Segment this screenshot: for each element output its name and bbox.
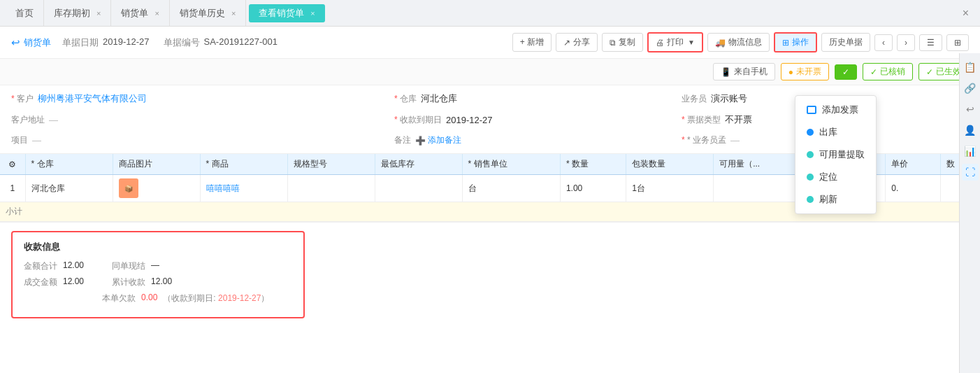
new-button[interactable]: + 新增	[512, 33, 552, 52]
grid-view-button[interactable]: ⊞	[946, 34, 969, 51]
address-field: 客户地址 —	[11, 113, 394, 126]
note-label: 备注	[394, 134, 411, 146]
void-icon: ✓	[870, 67, 877, 77]
doc-number: 单据编号 SA-20191227-001	[164, 36, 278, 49]
same-order-value: —	[151, 260, 159, 272]
close-history-tab[interactable]: ×	[231, 9, 236, 17]
operations-button[interactable]: ⊞ 操作	[774, 32, 817, 52]
col-gear[interactable]: ⚙	[0, 154, 25, 175]
payment-date-field: 收款到期日 2019-12-27	[394, 113, 682, 126]
receipt-row-1: 金额合计 12.00 同单现结 —	[24, 260, 292, 272]
share-button[interactable]: ↗ 分享	[556, 33, 598, 52]
ship-out-item[interactable]: 出库	[795, 121, 876, 143]
col-unit: * 销售单位	[462, 154, 560, 175]
row-index: 1	[0, 175, 25, 202]
not-open-btn[interactable]: ● 未开票	[781, 63, 829, 80]
action-row: 📱 来自手机 ● 未开票 ✓ ✓ 已核销 ✓ 已生效	[0, 59, 980, 85]
address-label: 客户地址	[11, 114, 45, 126]
address-value: —	[49, 115, 58, 125]
check-icon: ✓	[842, 67, 849, 77]
warehouse-label: 仓库	[394, 93, 417, 105]
close-inventory-tab[interactable]: ×	[96, 9, 101, 17]
salesperson-value: —	[730, 135, 740, 146]
note-field: 备注 ➕ 添加备注	[394, 134, 682, 146]
ship-icon	[807, 129, 814, 136]
plus-icon: ➕	[415, 136, 426, 146]
doc-date: 单据日期 2019-12-27	[62, 36, 150, 49]
voided-btn[interactable]: ✓ 已核销	[863, 63, 913, 80]
locate-item[interactable]: 定位	[795, 166, 876, 188]
sidebar-icon-4[interactable]: 👤	[962, 122, 979, 139]
transaction-amount-value: 12.00	[63, 276, 84, 288]
history-button[interactable]: 历史单据	[821, 33, 870, 52]
tab-sales[interactable]: 销货单 ×	[111, 0, 169, 26]
amount-total-label: 金额合计	[24, 260, 57, 272]
sidebar-icon-5[interactable]: 📊	[962, 143, 979, 160]
logistics-icon: 🚚	[715, 38, 726, 48]
col-min-stock: 最低库存	[375, 154, 462, 175]
next-button[interactable]: ›	[897, 34, 915, 51]
receipt-row-2: 成交金额 12.00 累计收款 12.00	[24, 276, 292, 288]
copy-icon: ⧉	[610, 38, 616, 48]
col-pack-qty: 包装数量	[626, 154, 714, 175]
ticket-type-label: 票据类型	[682, 114, 721, 126]
product-image: 📦	[119, 178, 138, 198]
list-view-button[interactable]: ☰	[919, 34, 942, 51]
print-dropdown-arrow: ▼	[688, 38, 695, 46]
ticket-type-value: 不开票	[725, 113, 752, 126]
salesperson-label: * 业务员孟	[682, 134, 726, 146]
print-button[interactable]: 🖨 打印 ▼	[647, 32, 703, 52]
close-sales-tab[interactable]: ×	[154, 9, 159, 17]
sidebar-icon-3[interactable]: ↩	[962, 101, 979, 118]
cumulative-value: 12.00	[151, 276, 172, 288]
doc-header: ↩ 销货单 单据日期 2019-12-27 单据编号 SA-20191227-0…	[0, 27, 980, 59]
current-due-field: 本单欠款 0.00 （收款到期日: 2019-12-27）	[102, 293, 269, 304]
col-image: 商品图片	[113, 154, 200, 175]
tab-bar: 首页 库存期初 × 销货单 × 销货单历史 × 查看销货单 × ×	[0, 0, 980, 27]
logistics-button[interactable]: 🚚 物流信息	[707, 33, 770, 52]
main-content: ↩ 销货单 单据日期 2019-12-27 单据编号 SA-20191227-0…	[0, 27, 980, 373]
row-spec	[287, 175, 375, 202]
toolbar: + 新增 ↗ 分享 ⧉ 复制 🖨 打印 ▼ 🚚 物流信息 ⊞ 操作	[512, 32, 969, 52]
add-invoice-item[interactable]: 添加发票	[795, 99, 876, 121]
tab-inventory[interactable]: 库存期初 ×	[44, 0, 111, 26]
row-warehouse: 河北仓库	[25, 175, 113, 202]
customer-value[interactable]: 柳州粤港平安气体有限公司	[38, 92, 147, 105]
qty-icon	[807, 151, 814, 158]
add-note-btn[interactable]: ➕ 添加备注	[415, 134, 461, 146]
due-date-note: （收款到期日: 2019-12-27）	[163, 293, 269, 304]
sidebar-icon-2[interactable]: 🔗	[962, 80, 979, 97]
refresh-icon	[807, 196, 814, 203]
customer-field: 客户 柳州粤港平安气体有限公司	[11, 92, 394, 105]
sidebar-icon-6[interactable]: ⛶	[962, 164, 979, 181]
operations-dropdown: 添加发票 出库 可用量提取 定位 刷新	[795, 95, 877, 214]
row-min-stock	[375, 175, 462, 202]
doc-number-value: SA-20191227-001	[204, 36, 278, 49]
row-quantity: 1.00	[560, 175, 626, 202]
same-order-label: 同单现结	[112, 260, 145, 272]
project-label: 项目	[11, 134, 28, 146]
tab-sales-history[interactable]: 销货单历史 ×	[170, 0, 246, 26]
right-sidebar: 📋 🔗 ↩ 👤 📊 ⛶	[959, 53, 980, 373]
from-phone-btn[interactable]: 📱 来自手机	[713, 63, 775, 80]
copy-button[interactable]: ⧉ 复制	[602, 33, 643, 52]
available-qty-item[interactable]: 可用量提取	[795, 143, 876, 166]
close-button[interactable]: ×	[957, 7, 974, 20]
row-product[interactable]: 嘻嘻嘻嘻	[200, 175, 287, 202]
prev-button[interactable]: ‹	[874, 34, 893, 51]
current-due-label: 本单欠款	[102, 293, 136, 304]
employee-value: 演示账号	[711, 92, 747, 105]
refresh-item[interactable]: 刷新	[795, 188, 876, 211]
tab-view-sales[interactable]: 查看销货单 ×	[249, 4, 324, 22]
close-view-tab[interactable]: ×	[310, 9, 315, 17]
share-icon: ↗	[563, 38, 570, 48]
row-unit: 台	[462, 175, 560, 202]
transaction-amount-field: 成交金额 12.00	[24, 276, 84, 288]
tab-home[interactable]: 首页	[6, 0, 44, 26]
col-warehouse: * 仓库	[25, 154, 113, 175]
check-btn[interactable]: ✓	[835, 64, 857, 80]
same-order-field: 同单现结 —	[112, 260, 159, 272]
sidebar-icon-1[interactable]: 📋	[962, 59, 979, 76]
row-unit-price: 0.	[886, 175, 941, 202]
col-spec: 规格型号	[287, 154, 375, 175]
